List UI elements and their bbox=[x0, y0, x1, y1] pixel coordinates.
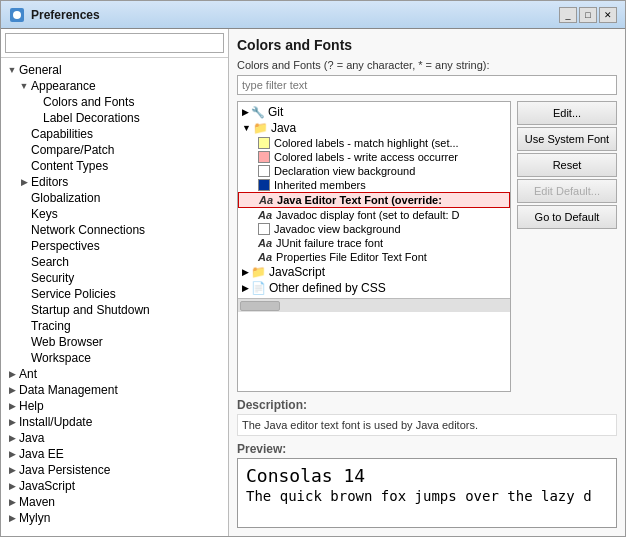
tree-label-appearance: Appearance bbox=[31, 79, 96, 93]
javascript-label: JavaScript bbox=[269, 265, 325, 279]
tree-item-help[interactable]: ▶ Help bbox=[1, 398, 228, 414]
side-buttons: Edit... Use System Font Reset Edit Defau… bbox=[517, 101, 617, 392]
tree-label-capabilities: Capabilities bbox=[31, 127, 93, 141]
tree-item-label-decorations[interactable]: Label Decorations bbox=[1, 110, 228, 126]
tree-item-content-types[interactable]: Content Types bbox=[1, 158, 228, 174]
tree-item-colors-fonts[interactable]: Colors and Fonts bbox=[1, 94, 228, 110]
tree-label-globalization: Globalization bbox=[31, 191, 100, 205]
aa-javadoc-display: Aa bbox=[258, 209, 272, 221]
color-list-area: ▶ 🔧 Git ▼ 📁 Java Co bbox=[237, 101, 617, 392]
edit-default-button[interactable]: Edit Default... bbox=[517, 179, 617, 203]
color-tree-declaration-view[interactable]: Declaration view background bbox=[238, 164, 510, 178]
aa-junit-failure: Aa bbox=[258, 237, 272, 249]
color-tree-inherited-members[interactable]: Inherited members bbox=[238, 178, 510, 192]
other-css-label: Other defined by CSS bbox=[269, 281, 386, 295]
preview-box: Consolas 14 The quick brown fox jumps ov… bbox=[237, 458, 617, 528]
tree-item-ant[interactable]: ▶ Ant bbox=[1, 366, 228, 382]
color-tree-colored-labels-write[interactable]: Colored labels - write access occurrer bbox=[238, 150, 510, 164]
color-tree-javascript[interactable]: ▶ 📁 JavaScript bbox=[238, 264, 510, 280]
use-system-font-button[interactable]: Use System Font bbox=[517, 127, 617, 151]
preview-line1: Consolas 14 bbox=[246, 465, 608, 486]
go-to-default-button[interactable]: Go to Default bbox=[517, 205, 617, 229]
color-tree-junit-failure[interactable]: Aa JUnit failure trace font bbox=[238, 236, 510, 250]
arrow-other-css: ▶ bbox=[242, 283, 249, 293]
tree-label-perspectives: Perspectives bbox=[31, 239, 100, 253]
color-tree-colored-labels-match[interactable]: Colored labels - match highlight (set... bbox=[238, 136, 510, 150]
tree-item-web-browser[interactable]: Web Browser bbox=[1, 334, 228, 350]
tree-item-service-policies[interactable]: Service Policies bbox=[1, 286, 228, 302]
color-tree-javadoc-view-bg[interactable]: Javadoc view background bbox=[238, 222, 510, 236]
scrollbar-thumb[interactable] bbox=[240, 301, 280, 311]
tree-label-install-update: Install/Update bbox=[19, 415, 92, 429]
tree-search-input[interactable] bbox=[5, 33, 224, 53]
color-tree-javadoc-display-font[interactable]: Aa Javadoc display font (set to default:… bbox=[238, 208, 510, 222]
color-tree-java[interactable]: ▼ 📁 Java bbox=[238, 120, 510, 136]
arrow-java: ▼ bbox=[242, 123, 251, 133]
description-area: Description: The Java editor text font i… bbox=[237, 398, 617, 436]
close-button[interactable]: ✕ bbox=[599, 7, 617, 23]
preference-tree: ▼ General ▼ Appearance Colors and Fonts … bbox=[1, 58, 228, 530]
tree-item-javascript[interactable]: ▶ JavaScript bbox=[1, 478, 228, 494]
swatch-inherited-members bbox=[258, 179, 270, 191]
aa-java-editor: Aa bbox=[259, 194, 273, 206]
swatch-colored-labels-write bbox=[258, 151, 270, 163]
tree-label-editors: Editors bbox=[31, 175, 68, 189]
color-tree-git[interactable]: ▶ 🔧 Git bbox=[238, 104, 510, 120]
tree-label-workspace: Workspace bbox=[31, 351, 91, 365]
tree-label-tracing: Tracing bbox=[31, 319, 71, 333]
git-label: Git bbox=[268, 105, 283, 119]
tree-item-keys[interactable]: Keys bbox=[1, 206, 228, 222]
filter-input[interactable] bbox=[237, 75, 617, 95]
arrow-general: ▼ bbox=[5, 65, 19, 75]
color-list-container[interactable]: ▶ 🔧 Git ▼ 📁 Java Co bbox=[237, 101, 511, 392]
tree-item-workspace[interactable]: Workspace bbox=[1, 350, 228, 366]
junit-failure-label: JUnit failure trace font bbox=[276, 237, 383, 249]
tree-label-startup-shutdown: Startup and Shutdown bbox=[31, 303, 150, 317]
horizontal-scrollbar[interactable] bbox=[238, 298, 510, 312]
javadoc-view-bg-label: Javadoc view background bbox=[274, 223, 401, 235]
tree-label-keys: Keys bbox=[31, 207, 58, 221]
tree-item-maven[interactable]: ▶ Maven bbox=[1, 494, 228, 510]
tree-item-capabilities[interactable]: Capabilities bbox=[1, 126, 228, 142]
tree-item-java-ee[interactable]: ▶ Java EE bbox=[1, 446, 228, 462]
tree-item-search[interactable]: Search bbox=[1, 254, 228, 270]
reset-button[interactable]: Reset bbox=[517, 153, 617, 177]
tree-item-java-persistence[interactable]: ▶ Java Persistence bbox=[1, 462, 228, 478]
tree-item-java[interactable]: ▶ Java bbox=[1, 430, 228, 446]
java-folder-icon: 📁 bbox=[253, 121, 268, 135]
maximize-button[interactable]: □ bbox=[579, 7, 597, 23]
other-css-icon: 📄 bbox=[251, 281, 266, 295]
arrow-git: ▶ bbox=[242, 107, 249, 117]
tree-label-java-persistence: Java Persistence bbox=[19, 463, 110, 477]
tree-label-colors-fonts: Colors and Fonts bbox=[43, 95, 134, 109]
color-tree-properties-file-editor[interactable]: Aa Properties File Editor Text Font bbox=[238, 250, 510, 264]
color-tree: ▶ 🔧 Git ▼ 📁 Java Co bbox=[238, 102, 510, 298]
aa-properties-file-editor: Aa bbox=[258, 251, 272, 263]
preview-label: Preview: bbox=[237, 442, 617, 456]
tree-item-general[interactable]: ▼ General bbox=[1, 62, 228, 78]
tree-item-editors[interactable]: ▶ Editors bbox=[1, 174, 228, 190]
javadoc-display-font-label: Javadoc display font (set to default: D bbox=[276, 209, 459, 221]
tree-item-install-update[interactable]: ▶ Install/Update bbox=[1, 414, 228, 430]
tree-item-security[interactable]: Security bbox=[1, 270, 228, 286]
tree-item-appearance[interactable]: ▼ Appearance bbox=[1, 78, 228, 94]
tree-label-java-ee: Java EE bbox=[19, 447, 64, 461]
tree-item-tracing[interactable]: Tracing bbox=[1, 318, 228, 334]
color-tree-other-css[interactable]: ▶ 📄 Other defined by CSS bbox=[238, 280, 510, 296]
tree-item-mylyn[interactable]: ▶ Mylyn bbox=[1, 510, 228, 526]
java-label: Java bbox=[271, 121, 296, 135]
window-title: Preferences bbox=[31, 8, 559, 22]
color-tree-java-editor-text-font[interactable]: Aa Java Editor Text Font (override: ➔ bbox=[238, 192, 510, 208]
edit-button[interactable]: Edit... bbox=[517, 101, 617, 125]
tree-item-network-connections[interactable]: Network Connections bbox=[1, 222, 228, 238]
tree-label-label-decorations: Label Decorations bbox=[43, 111, 140, 125]
tree-item-data-management[interactable]: ▶ Data Management bbox=[1, 382, 228, 398]
tree-label-maven: Maven bbox=[19, 495, 55, 509]
tree-item-globalization[interactable]: Globalization bbox=[1, 190, 228, 206]
tree-item-perspectives[interactable]: Perspectives bbox=[1, 238, 228, 254]
tree-item-compare-patch[interactable]: Compare/Patch bbox=[1, 142, 228, 158]
tree-label-mylyn: Mylyn bbox=[19, 511, 50, 525]
tree-label-ant: Ant bbox=[19, 367, 37, 381]
minimize-button[interactable]: _ bbox=[559, 7, 577, 23]
tree-item-startup-shutdown[interactable]: Startup and Shutdown bbox=[1, 302, 228, 318]
